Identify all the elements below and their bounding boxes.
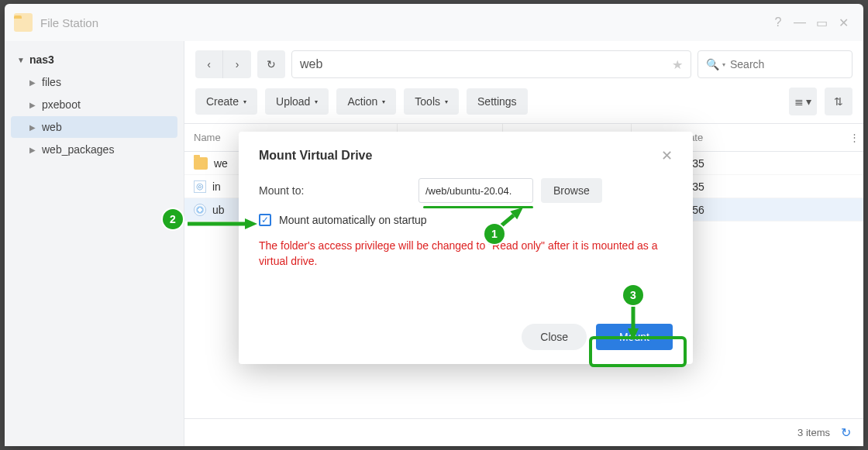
path-input[interactable]: web ★ <box>291 50 691 78</box>
upload-button[interactable]: Upload▾ <box>265 88 329 115</box>
caret-right-icon: ▶ <box>29 123 36 132</box>
sidebar: ▼ nas3 ▶ files ▶ pxeboot ▶ web ▶ web_pac… <box>5 41 184 446</box>
close-window-button[interactable]: ✕ <box>832 12 854 33</box>
action-button[interactable]: Action▾ <box>336 88 396 115</box>
app-icon <box>14 13 33 32</box>
caret-right-icon: ▶ <box>29 146 36 154</box>
minimize-button[interactable]: — <box>789 12 811 33</box>
caret-right-icon: ▶ <box>29 78 36 87</box>
search-box[interactable]: 🔍 ▾ <box>698 50 852 78</box>
annotation-badge-3: 3 <box>623 285 643 305</box>
tree-item-label: files <box>42 76 61 88</box>
view-list-button[interactable]: ≣ ▾ <box>789 88 817 115</box>
search-input[interactable] <box>730 58 866 70</box>
item-count: 3 items <box>797 427 830 438</box>
create-button[interactable]: Create▾ <box>195 88 257 115</box>
auto-mount-label: Mount automatically on startup <box>279 214 427 226</box>
browse-button[interactable]: Browse <box>541 178 602 203</box>
tree-item-pxeboot[interactable]: ▶ pxeboot <box>11 94 177 115</box>
tree-item-label: pxeboot <box>42 98 81 111</box>
sort-button[interactable]: ⇅ <box>825 88 852 115</box>
annotation-arrow <box>625 304 641 341</box>
action-toolbar: Create▾ Upload▾ Action▾ Tools▾ Settings … <box>184 84 863 123</box>
mount-to-row: Mount to: Browse <box>259 178 673 203</box>
auto-mount-row[interactable]: ✓ Mount automatically on startup <box>259 214 673 226</box>
nav-toolbar: ‹ › ↻ web ★ 🔍 ▾ <box>184 41 863 84</box>
maximize-button[interactable]: ▭ <box>811 12 832 33</box>
file-icon <box>194 180 206 193</box>
mount-to-label: Mount to: <box>259 184 418 197</box>
path-value: web <box>300 57 322 71</box>
checkbox-checked-icon[interactable]: ✓ <box>259 214 271 226</box>
refresh-icon[interactable]: ↻ <box>841 425 851 440</box>
tree-root-label: nas3 <box>29 53 54 66</box>
tree-root[interactable]: ▼ nas3 <box>11 49 177 70</box>
forward-button[interactable]: › <box>223 50 251 78</box>
iso-icon <box>194 204 206 216</box>
svg-marker-5 <box>628 328 639 341</box>
reload-button[interactable]: ↻ <box>257 50 285 78</box>
warning-text: The folder's access privilege will be ch… <box>259 239 673 269</box>
titlebar: File Station ? — ▭ ✕ <box>5 4 863 41</box>
annotation-arrow <box>184 216 257 232</box>
favorite-icon[interactable]: ★ <box>672 57 683 72</box>
search-icon: 🔍 <box>706 58 719 70</box>
tree-item-label: web <box>42 121 62 133</box>
statusbar: 3 items ↻ <box>184 418 863 446</box>
tools-button[interactable]: Tools▾ <box>404 88 459 115</box>
app-title: File Station <box>40 16 98 29</box>
caret-right-icon: ▶ <box>29 101 36 109</box>
annotation-badge-2: 2 <box>163 209 183 229</box>
tree-item-web[interactable]: ▶ web <box>11 116 177 138</box>
caret-down-icon: ▼ <box>17 56 25 64</box>
folder-icon <box>194 157 208 170</box>
settings-button[interactable]: Settings <box>467 88 528 115</box>
col-more-icon[interactable]: ⋮ <box>840 124 863 151</box>
close-button[interactable]: Close <box>522 324 587 350</box>
dialog-title: Mount Virtual Drive <box>259 149 372 163</box>
tree-item-web-packages[interactable]: ▶ web_packages <box>11 139 177 160</box>
dropdown-icon: ▾ <box>722 61 725 68</box>
annotation-badge-1: 1 <box>484 224 505 244</box>
mount-to-input[interactable] <box>418 178 533 203</box>
tree-item-files[interactable]: ▶ files <box>11 71 177 93</box>
nav-back-forward: ‹ › <box>195 50 251 78</box>
dialog-close-button[interactable]: ✕ <box>661 147 673 164</box>
svg-marker-1 <box>245 218 257 229</box>
tree-item-label: web_packages <box>42 143 114 156</box>
help-button[interactable]: ? <box>767 12 789 33</box>
back-button[interactable]: ‹ <box>195 50 223 78</box>
